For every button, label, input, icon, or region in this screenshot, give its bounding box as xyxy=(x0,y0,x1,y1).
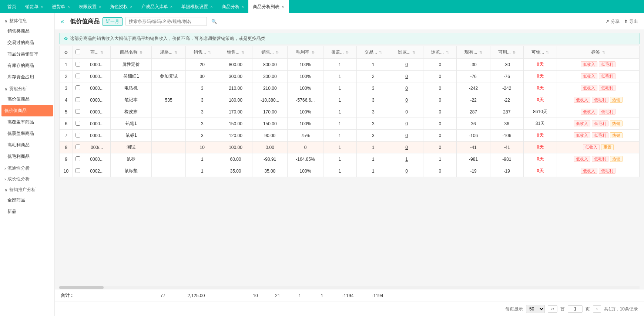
sidebar-item-sales-products[interactable]: 销售类商品 xyxy=(0,26,54,37)
row-checkbox[interactable] xyxy=(76,62,80,67)
horizontal-scrollbar[interactable] xyxy=(59,286,640,289)
sidebar-section-overall[interactable]: ∨ 整体信息 xyxy=(0,15,54,26)
row-checkbox[interactable] xyxy=(76,85,80,90)
col-trade-count[interactable]: 交易... ⇅ xyxy=(356,46,390,59)
per-page-select[interactable]: 50 100 200 xyxy=(526,305,545,313)
col-available[interactable]: 可用... ⇅ xyxy=(490,46,523,59)
col-saleable[interactable]: 可销... ⇅ xyxy=(523,46,557,59)
sidebar-item-high-value[interactable]: 高价值商品 xyxy=(0,94,54,105)
close-icon[interactable]: × xyxy=(210,4,212,9)
sidebar-item-new-products[interactable]: 新品 xyxy=(0,206,54,217)
sidebar-item-category-sales-rate[interactable]: 商品分类销售率 xyxy=(0,48,54,60)
col-tags[interactable]: 标签 ⇅ xyxy=(557,46,640,59)
row-checkbox[interactable] xyxy=(76,121,80,126)
cell-view1[interactable]: 0 xyxy=(390,71,423,82)
row-checkbox[interactable] xyxy=(76,74,80,78)
cell-view1[interactable]: 0 xyxy=(390,94,423,106)
close-icon[interactable]: × xyxy=(41,4,43,9)
sidebar-item-high-coverage[interactable]: 高覆盖率商品 xyxy=(0,116,54,128)
cell-view1[interactable]: 0 xyxy=(390,130,423,142)
col-name[interactable]: 商品名称 ⇅ xyxy=(111,46,152,59)
view1-link[interactable]: 0 xyxy=(405,121,408,126)
nav-permission[interactable]: 权限设置 × xyxy=(74,0,105,13)
scrollbar-thumb[interactable] xyxy=(59,286,104,289)
cell-checkbox[interactable] xyxy=(73,165,83,177)
select-all-checkbox[interactable] xyxy=(76,50,80,54)
col-coverage[interactable]: 覆盖... ⇅ xyxy=(323,46,356,59)
row-checkbox[interactable] xyxy=(76,156,80,161)
col-checkbox[interactable] xyxy=(73,46,83,59)
cell-view1[interactable]: 0 xyxy=(390,118,423,130)
sidebar-item-low-coverage[interactable]: 低覆盖率商品 xyxy=(0,128,54,139)
share-button[interactable]: ↗ 分享 xyxy=(606,18,620,25)
cell-checkbox[interactable] xyxy=(73,94,83,106)
sidebar-item-high-margin[interactable]: 高毛利商品 xyxy=(0,139,54,151)
cell-checkbox[interactable] xyxy=(73,59,83,71)
nav-product-inbound[interactable]: 产成品入库单 × xyxy=(137,0,177,13)
col-view2[interactable]: 浏览... ⇅ xyxy=(423,46,457,59)
col-code[interactable]: 商... ⇅ xyxy=(83,46,111,59)
search-icon[interactable]: 🔍 xyxy=(211,19,217,24)
close-icon[interactable]: × xyxy=(99,4,101,9)
view1-link[interactable]: 0 xyxy=(405,109,408,115)
search-input[interactable] xyxy=(125,17,207,26)
row-checkbox[interactable] xyxy=(76,168,80,173)
col-spec[interactable]: 规格... ⇅ xyxy=(152,46,185,59)
cell-view1[interactable]: 1 xyxy=(390,153,423,165)
view1-link[interactable]: 0 xyxy=(405,74,408,79)
view1-link[interactable]: 0 xyxy=(405,62,408,67)
close-icon[interactable]: × xyxy=(242,4,244,9)
collapse-sidebar-button[interactable]: « xyxy=(61,18,64,25)
col-current-stock[interactable]: 现有... ⇅ xyxy=(457,46,490,59)
sidebar-item-stock-capital[interactable]: 库存资金占用 xyxy=(0,71,54,83)
col-gross-margin[interactable]: 毛利率 ⇅ xyxy=(288,46,323,59)
close-icon[interactable]: × xyxy=(67,4,70,9)
cell-checkbox[interactable] xyxy=(73,71,83,82)
view1-link[interactable]: 1 xyxy=(405,157,408,162)
row-checkbox[interactable] xyxy=(76,133,80,137)
close-icon[interactable]: × xyxy=(130,4,132,9)
cell-view1[interactable]: 0 xyxy=(390,142,423,153)
sidebar-section-liquidity[interactable]: › 流通性分析 xyxy=(0,162,54,173)
cell-checkbox[interactable] xyxy=(73,82,83,94)
sidebar-item-low-value[interactable]: 低价值商品 xyxy=(1,105,53,116)
page-input[interactable] xyxy=(568,305,583,313)
close-icon[interactable]: × xyxy=(282,4,284,9)
col-sales-qty[interactable]: 销售... ⇅ xyxy=(185,46,219,59)
cell-checkbox[interactable] xyxy=(73,142,83,153)
sidebar-item-traded-products[interactable]: 交易过的商品 xyxy=(0,37,54,48)
view1-link[interactable]: 0 xyxy=(405,169,408,174)
sidebar-item-low-margin[interactable]: 低毛利商品 xyxy=(0,151,54,162)
view1-link[interactable]: 0 xyxy=(405,133,408,138)
col-sales-amount[interactable]: 销售... ⇅ xyxy=(219,46,252,59)
cell-view1[interactable]: 0 xyxy=(390,106,423,118)
view1-link[interactable]: 0 xyxy=(405,145,408,150)
cell-view1[interactable]: 0 xyxy=(390,82,423,94)
next-page-button[interactable]: › xyxy=(593,305,601,313)
nav-purchase-order[interactable]: 进货单 × xyxy=(47,0,74,13)
nav-template-settings[interactable]: 单据模板设置 × xyxy=(177,0,217,13)
sidebar-section-contribution[interactable]: ∨ 贡献分析 xyxy=(0,83,54,94)
close-icon[interactable]: × xyxy=(170,4,172,9)
nav-role-auth[interactable]: 角色授权 × xyxy=(105,0,137,13)
col-view1[interactable]: 浏览... ⇅ xyxy=(390,46,423,59)
export-button[interactable]: ⬆ 导出 xyxy=(624,18,638,25)
cell-view1[interactable]: 0 xyxy=(390,165,423,177)
view1-link[interactable]: 0 xyxy=(405,98,408,103)
cell-view1[interactable]: 0 xyxy=(390,59,423,71)
nav-sales-order[interactable]: 销货单 × xyxy=(21,0,47,13)
cell-checkbox[interactable] xyxy=(73,106,83,118)
col-settings[interactable]: ⚙ xyxy=(60,46,73,59)
cell-checkbox[interactable] xyxy=(73,153,83,165)
nav-home[interactable]: 首页 xyxy=(3,0,21,13)
sidebar-item-all-products[interactable]: 全部商品 xyxy=(0,194,54,206)
cell-checkbox[interactable] xyxy=(73,130,83,142)
row-checkbox[interactable] xyxy=(76,109,80,114)
sidebar-item-stock-products[interactable]: 有库存的商品 xyxy=(0,60,54,71)
nav-product-analysis-list[interactable]: 商品分析列表 × xyxy=(248,0,288,13)
view1-link[interactable]: 0 xyxy=(405,86,408,91)
cell-checkbox[interactable] xyxy=(73,118,83,130)
nav-product-analysis[interactable]: 商品分析 × xyxy=(217,0,248,13)
sidebar-section-growth[interactable]: › 成长性分析 xyxy=(0,173,54,184)
row-checkbox[interactable] xyxy=(76,145,80,149)
